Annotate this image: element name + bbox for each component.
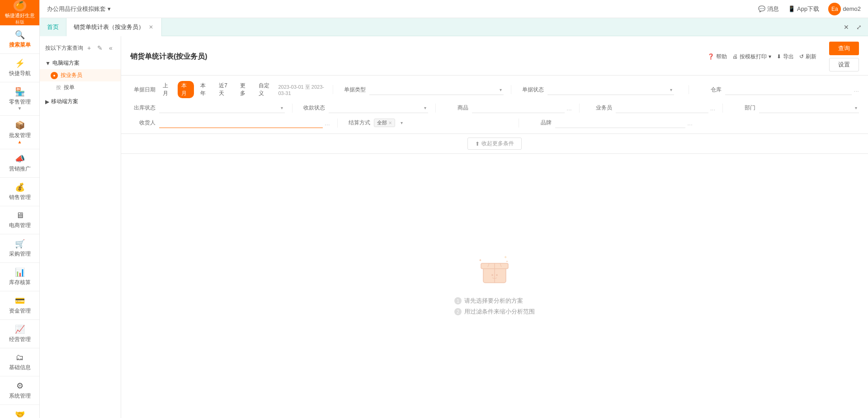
date-tab-custom[interactable]: 自定义 [255,81,275,98]
download-icon: 📱 [788,5,795,12]
warehouse-input[interactable] [725,85,852,95]
query-button[interactable]: 查询 [829,42,859,55]
close-window-button[interactable]: ✕ [841,22,852,33]
date-tab-7days[interactable]: 近7天 [215,81,234,98]
sidebar-item-retail[interactable]: 🏪 零售管理 ▼ [0,82,40,116]
print-button[interactable]: 🖨 按模板打印 ▾ [732,53,771,61]
maximize-window-button[interactable]: ⤢ [854,22,864,33]
collapse-triangle-mobile: ▶ [45,99,49,105]
sidebar-item-ecom[interactable]: 🖥 电商管理 [0,206,40,234]
enterprise-icon: 🤝 [15,409,25,418]
goods-label: 商品 [443,104,468,112]
tip-text-1: 请先选择要分析的方案 [464,297,523,305]
warehouse-dots-btn[interactable]: ... [854,86,859,93]
doctype-label: 单据类型 [340,86,366,94]
breadcrumb-dropdown[interactable]: 办公用品行业模拟账套 ▾ [47,5,111,13]
sidebar-item-marketing[interactable]: 📣 营销推广 [0,149,40,178]
outstatus-input[interactable] [159,103,285,113]
separator-8 [337,119,338,128]
sidebar-label-wholesale: 批发管理 [9,132,31,139]
sidebar-item-operations[interactable]: 📈 经营管理 [0,320,40,348]
payment-tag-text: 全部 [377,119,387,126]
doctype-input[interactable] [369,85,503,95]
sidebar-label-purchase: 采购管理 [9,250,31,258]
payment-tag[interactable]: 全部 × [374,119,395,127]
date-tab-this-year[interactable]: 本年 [197,81,212,98]
breadcrumb-text: 办公用品行业模拟账套 [47,5,106,13]
goods-input[interactable] [472,103,565,113]
tab-home-label: 首页 [47,23,59,31]
tab-close-button[interactable]: ✕ [148,23,154,31]
recipient-input[interactable] [159,118,323,128]
collapse-icon: ⬆ [475,141,480,147]
sidebar-item-system[interactable]: ⚙ 系统管理 [0,376,40,405]
salesperson-input[interactable] [616,103,708,113]
filter-payment-field: 结算方式 全部 × ▾ [345,119,511,127]
message-button[interactable]: 💬 消息 [758,5,779,13]
chevron-up-icon: ▲ [18,139,22,144]
doctype-select-wrap: ▾ [369,85,503,95]
dept-input[interactable] [759,103,859,113]
sidebar-item-sales[interactable]: 💰 销售管理 [0,178,40,206]
receiptstatus-input[interactable] [329,103,429,113]
date-tab-more[interactable]: 更多 [236,81,252,98]
collapse-panel-button[interactable]: « [106,43,115,52]
separator-7 [722,104,723,113]
filter-row-3: 收货人 ... 结算方式 全部 × [130,118,859,128]
sidebar-item-purchase[interactable]: 🛒 采购管理 [0,234,40,263]
settings-button[interactable]: 设置 [829,58,859,71]
sidebar-item-quicknav[interactable]: ⚡ 快捷导航 [0,54,40,82]
export-button[interactable]: ⬇ 导出 [777,53,794,61]
content-area: 按以下方案查询 + ✎ « ▼ 电脑端方案 ● 按业务员 按 [40,36,868,418]
help-button[interactable]: ❓ 帮助 [708,53,727,61]
add-scheme-button[interactable]: + [85,43,94,52]
user-menu[interactable]: Ea demo2 [828,3,861,15]
recipient-dots[interactable]: ... [325,119,330,127]
tab-home[interactable]: 首页 [40,18,66,36]
scheme-item-salesperson[interactable]: ● 按业务员 [40,69,121,81]
edit-scheme-button[interactable]: ✎ [95,43,104,52]
scheme-group-mobile-header[interactable]: ▶ 移动端方案 [40,95,121,108]
sidebar-item-search[interactable]: 🔍 搜索菜单 [0,25,40,54]
sidebar-item-basic[interactable]: 🗂 基础信息 [0,348,40,376]
brand-dots[interactable]: ... [687,119,693,127]
sales-icon: 💰 [15,182,25,192]
collapse-more-button[interactable]: ⬆ 收起更多条件 [467,138,522,150]
payment-chevron: ▾ [401,120,403,125]
docstatus-label: 单据状态 [519,86,544,94]
refresh-label: 刷新 [806,53,816,61]
tab-active[interactable]: 销货单统计表（按业务员） ✕ [66,18,162,36]
sidebar-item-enterprise[interactable]: 🤝 企业协同 [0,405,40,418]
outstatus-label: 出库状态 [130,104,156,112]
filter-doctype-field: 单据类型 ▾ [340,85,503,95]
app-sub: 标版 [15,19,24,25]
date-tab-this-month[interactable]: 本月 [178,81,193,98]
payment-tag-remove[interactable]: × [389,120,392,126]
separator-9 [519,119,519,128]
tab-bar-actions: ✕ ⤢ [841,22,868,33]
salesperson-dots[interactable]: ... [710,104,716,112]
scheme-group-mobile: ▶ 移动端方案 [40,95,121,109]
scheme-item-bysingle[interactable]: 按 按单 [40,81,121,94]
separator-3 [689,85,689,94]
docstatus-input[interactable] [547,85,675,95]
date-label: 单据日期 [130,86,156,94]
main-area: 办公用品行业模拟账套 ▾ 💬 消息 📱 App下载 Ea demo2 首页 销货… [40,0,868,418]
goods-dots[interactable]: ... [566,104,572,112]
scheme-group-pc-header[interactable]: ▼ 电脑端方案 [40,57,121,69]
header-right: 💬 消息 📱 App下载 Ea demo2 [758,3,861,15]
receiptstatus-select-wrap: ▾ [329,103,429,113]
sidebar-item-finance[interactable]: 💳 资金管理 [0,291,40,320]
app-name: 畅捷通好生意 [5,12,35,19]
retail-icon: 🏪 [15,87,25,97]
sidebar-item-wholesale[interactable]: 📦 批发管理 ▲ [0,116,40,149]
brand-input[interactable] [555,118,685,128]
svg-text:✦: ✦ [506,260,508,263]
scheme-group-mobile-label: 移动端方案 [51,98,78,105]
sidebar-item-inventory[interactable]: 📊 库存核算 [0,263,40,291]
right-content: 销货单统计表(按业务员) ❓ 帮助 🖨 按模板打印 ▾ ⬇ 导出 [121,36,868,418]
separator-6 [579,104,580,113]
refresh-button[interactable]: ↺ 刷新 [799,53,816,61]
app-download-button[interactable]: 📱 App下载 [788,5,819,13]
date-tab-last-month[interactable]: 上月 [159,81,175,98]
